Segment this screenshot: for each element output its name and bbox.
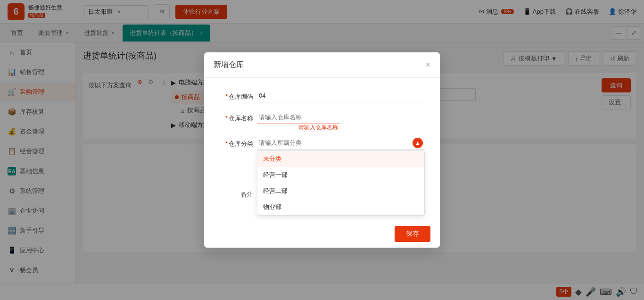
modal-overlay[interactable]: 新增仓库 × 仓库编码 仓库名称 请输入仓库名称 仓库分类 <box>0 0 644 300</box>
category-toggle-icon[interactable]: ▲ <box>413 138 423 148</box>
category-input[interactable] <box>257 136 425 150</box>
warehouse-category-row: 仓库分类 ▲ 未分类 经营一部 经营二部 物业部 <box>219 136 425 150</box>
modal-body: 仓库编码 仓库名称 请输入仓库名称 仓库分类 ▲ 未分类 <box>204 78 440 220</box>
warehouse-name-label: 仓库名称 <box>219 111 257 123</box>
warehouse-name-row: 仓库名称 请输入仓库名称 <box>219 111 425 124</box>
category-dropdown: 未分类 经营一部 经营二部 物业部 <box>257 150 425 216</box>
warehouse-name-wrapper: 请输入仓库名称 <box>257 111 425 124</box>
warehouse-name-error: 请输入仓库名称 <box>298 124 338 132</box>
warehouse-name-input[interactable] <box>257 111 340 124</box>
dropdown-item-unclassified[interactable]: 未分类 <box>257 151 424 167</box>
dropdown-item-dept1[interactable]: 经营一部 <box>257 167 424 183</box>
category-wrapper: ▲ 未分类 经营一部 经营二部 物业部 <box>257 136 425 150</box>
modal-close-button[interactable]: × <box>425 60 430 70</box>
warehouse-code-input[interactable] <box>257 89 425 102</box>
save-button[interactable]: 保存 <box>395 226 430 242</box>
modal-title: 新增仓库 <box>214 60 244 70</box>
modal-header: 新增仓库 × <box>204 52 440 78</box>
warehouse-code-label: 仓库编码 <box>219 89 257 101</box>
modal-footer: 保存 <box>204 220 440 248</box>
notes-label: 备注 <box>219 187 257 199</box>
modal-new-warehouse: 新增仓库 × 仓库编码 仓库名称 请输入仓库名称 仓库分类 <box>204 52 440 248</box>
dropdown-item-dept3[interactable]: 物业部 <box>257 199 424 215</box>
warehouse-category-label: 仓库分类 <box>219 136 257 148</box>
warehouse-code-row: 仓库编码 <box>219 89 425 102</box>
dropdown-item-dept2[interactable]: 经营二部 <box>257 183 424 199</box>
